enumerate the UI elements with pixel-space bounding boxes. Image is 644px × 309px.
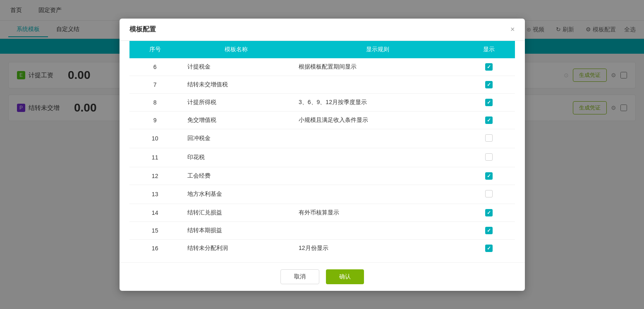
modal-overlay: 模板配置 × 序号 模板名称 显示规则 显示 6计提税金根据模板配置期间显 xyxy=(0,0,644,309)
cell-rule-7 xyxy=(292,185,463,204)
cell-check-1 xyxy=(463,76,515,93)
dialog-body: 序号 模板名称 显示规则 显示 6计提税金根据模板配置期间显示7结转未交增值税8… xyxy=(120,41,525,262)
cell-rule-8: 有外币核算显示 xyxy=(292,204,463,221)
cell-rule-0: 根据模板配置期间显示 xyxy=(292,58,463,76)
table-header: 序号 模板名称 显示规则 显示 xyxy=(129,41,515,58)
dialog-title: 模板配置 xyxy=(129,25,156,34)
checkbox-8[interactable] xyxy=(485,209,493,216)
dialog-scroll-area[interactable]: 序号 模板名称 显示规则 显示 6计提税金根据模板配置期间显示7结转未交增值税8… xyxy=(129,41,515,256)
cell-check-9 xyxy=(463,221,515,239)
table-row: 8计提所得税3、6、9、12月按季度显示 xyxy=(129,93,515,111)
cell-name-8: 结转汇兑损益 xyxy=(181,204,292,221)
cell-name-2: 计提所得税 xyxy=(181,93,292,111)
cell-name-7: 地方水利基金 xyxy=(181,185,292,204)
dialog-footer: 取消 确认 xyxy=(120,262,525,291)
checkbox-4[interactable] xyxy=(485,134,493,142)
table-row: 16结转未分配利润12月份显示 xyxy=(129,239,515,256)
checkbox-10[interactable] xyxy=(485,245,493,252)
col-header-display: 显示 xyxy=(463,41,515,58)
cell-name-9: 结转本期损益 xyxy=(181,221,292,239)
table-row: 15结转本期损益 xyxy=(129,221,515,239)
cell-rule-10: 12月份显示 xyxy=(292,239,463,256)
checkbox-9[interactable] xyxy=(485,227,493,234)
table-row: 13地方水利基金 xyxy=(129,185,515,204)
cell-rule-9 xyxy=(292,221,463,239)
cell-index-10: 16 xyxy=(129,239,181,256)
cancel-button[interactable]: 取消 xyxy=(280,269,319,284)
cell-index-2: 8 xyxy=(129,93,181,111)
cell-name-3: 免交增值税 xyxy=(181,111,292,129)
cell-check-6 xyxy=(463,167,515,185)
cell-rule-3: 小规模且满足收入条件显示 xyxy=(292,111,463,129)
cell-check-0 xyxy=(463,58,515,76)
cell-rule-2: 3、6、9、12月按季度显示 xyxy=(292,93,463,111)
col-header-index: 序号 xyxy=(129,41,181,58)
table-row: 12工会经费 xyxy=(129,167,515,185)
cell-check-2 xyxy=(463,93,515,111)
cell-index-5: 11 xyxy=(129,148,181,167)
cell-index-9: 15 xyxy=(129,221,181,239)
checkbox-1[interactable] xyxy=(485,81,493,88)
dialog-close-button[interactable]: × xyxy=(510,26,515,33)
cell-name-5: 印花税 xyxy=(181,148,292,167)
config-table: 序号 模板名称 显示规则 显示 6计提税金根据模板配置期间显示7结转未交增值税8… xyxy=(129,41,515,256)
cell-rule-6 xyxy=(292,167,463,185)
table-row: 9免交增值税小规模且满足收入条件显示 xyxy=(129,111,515,129)
table-row: 11印花税 xyxy=(129,148,515,167)
cell-name-6: 工会经费 xyxy=(181,167,292,185)
cell-name-1: 结转未交增值税 xyxy=(181,76,292,93)
cell-check-5 xyxy=(463,148,515,167)
checkbox-0[interactable] xyxy=(485,63,493,71)
cell-index-1: 7 xyxy=(129,76,181,93)
table-row: 14结转汇兑损益有外币核算显示 xyxy=(129,204,515,221)
checkbox-5[interactable] xyxy=(485,153,493,161)
cell-rule-1 xyxy=(292,76,463,93)
cell-index-0: 6 xyxy=(129,58,181,76)
table-body: 6计提税金根据模板配置期间显示7结转未交增值税8计提所得税3、6、9、12月按季… xyxy=(129,58,515,256)
cell-index-3: 9 xyxy=(129,111,181,129)
confirm-button[interactable]: 确认 xyxy=(326,269,364,284)
cell-index-6: 12 xyxy=(129,167,181,185)
cell-check-8 xyxy=(463,204,515,221)
cell-index-4: 10 xyxy=(129,129,181,148)
cell-name-10: 结转未分配利润 xyxy=(181,239,292,256)
col-header-rule: 显示规则 xyxy=(292,41,463,58)
dialog-header: 模板配置 × xyxy=(120,19,525,41)
cell-name-4: 回冲税金 xyxy=(181,129,292,148)
cell-check-4 xyxy=(463,129,515,148)
cell-index-7: 13 xyxy=(129,185,181,204)
checkbox-7[interactable] xyxy=(485,190,493,197)
cell-rule-4 xyxy=(292,129,463,148)
checkbox-2[interactable] xyxy=(485,99,493,106)
table-row: 6计提税金根据模板配置期间显示 xyxy=(129,58,515,76)
cell-index-8: 14 xyxy=(129,204,181,221)
col-header-name: 模板名称 xyxy=(181,41,292,58)
checkbox-6[interactable] xyxy=(485,172,493,180)
cell-name-0: 计提税金 xyxy=(181,58,292,76)
cell-rule-5 xyxy=(292,148,463,167)
table-row: 10回冲税金 xyxy=(129,129,515,148)
cell-check-10 xyxy=(463,239,515,256)
table-row: 7结转未交增值税 xyxy=(129,76,515,93)
cell-check-7 xyxy=(463,185,515,204)
dialog-template-config: 模板配置 × 序号 模板名称 显示规则 显示 6计提税金根据模板配置期间显 xyxy=(120,19,525,291)
cell-check-3 xyxy=(463,111,515,129)
checkbox-3[interactable] xyxy=(485,116,493,124)
